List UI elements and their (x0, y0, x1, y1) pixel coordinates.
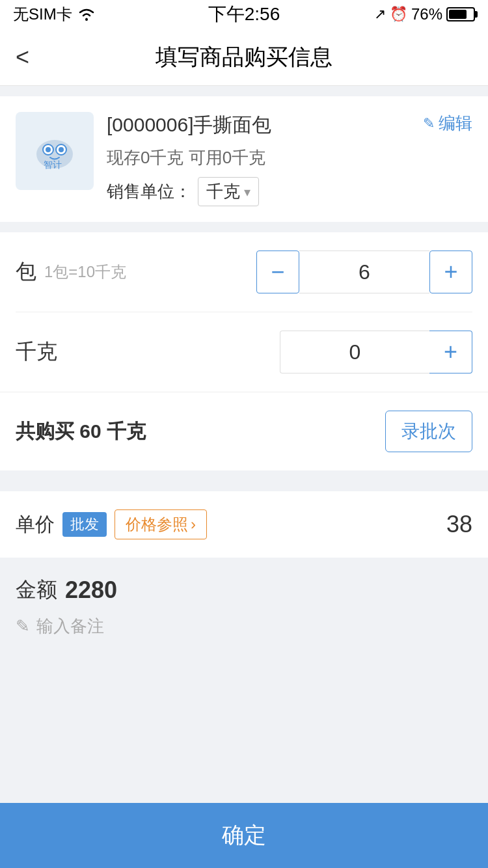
amount-row: 金额 2280 (16, 576, 472, 604)
qianke-input[interactable] (280, 331, 429, 373)
carrier-text: 无SIM卡 (13, 4, 72, 25)
svg-point-0 (85, 18, 88, 21)
product-card: 智计 [0000006]手撕面包 现存0千克 可用0千克 销售单位： 千克 ▾ … (0, 96, 488, 222)
confirm-button[interactable]: 确定 (0, 803, 488, 868)
qianke-quantity-row: 千克 + (16, 312, 472, 392)
pencil-icon: ✎ (16, 616, 30, 636)
status-right: ↗ ⏰ 76% (374, 5, 475, 23)
price-left: 单价 批发 价格参照 › (16, 509, 207, 539)
product-stock: 现存0千克 可用0千克 (107, 146, 472, 169)
bottom-spacer (0, 648, 488, 713)
status-time: 下午2:56 (208, 2, 280, 27)
bao-controls: − + (256, 251, 472, 293)
qianke-label: 千克 (16, 338, 57, 366)
bao-label: 包 1包=10千克 (16, 258, 126, 286)
price-section: 单价 批发 价格参照 › 38 (0, 491, 488, 558)
bao-quantity-row: 包 1包=10千克 − + (16, 232, 472, 312)
unit-select[interactable]: 千克 ▾ (198, 177, 259, 206)
bao-label-main: 包 (16, 258, 36, 286)
battery-icon (446, 7, 475, 21)
note-placeholder[interactable]: 输入备注 (36, 615, 104, 638)
back-button[interactable]: < (16, 44, 29, 71)
quantity-section: 包 1包=10千克 − + 千克 + (0, 232, 488, 392)
status-left: 无SIM卡 (13, 4, 96, 25)
note-row[interactable]: ✎ 输入备注 (16, 615, 472, 638)
svg-point-4 (46, 147, 51, 152)
price-ref-button[interactable]: 价格参照 › (115, 509, 207, 539)
summary-text: 共购买 60 千克 (16, 418, 146, 445)
wifi-icon (77, 7, 96, 21)
section-divider-1 (0, 222, 488, 232)
amount-value: 2280 (65, 576, 117, 604)
product-name: [0000006]手撕面包 (107, 112, 472, 139)
product-image: 智计 (16, 112, 94, 190)
batch-button[interactable]: 录批次 (385, 411, 472, 452)
price-value: 38 (446, 511, 472, 538)
qianke-increment-button[interactable]: + (429, 331, 472, 373)
unit-label: 销售单位： (107, 180, 191, 203)
bao-input[interactable] (299, 251, 429, 293)
nav-bar: < 填写商品购买信息 (0, 29, 488, 86)
amount-section: 金额 2280 ✎ 输入备注 (0, 558, 488, 648)
page-title: 填写商品购买信息 (156, 42, 332, 72)
status-bar: 无SIM卡 下午2:56 ↗ ⏰ 76% (0, 0, 488, 29)
owl-logo: 智计 (32, 131, 77, 170)
summary-section: 共购买 60 千克 录批次 (0, 392, 488, 470)
bao-label-sub: 1包=10千克 (44, 262, 126, 282)
product-unit-row: 销售单位： 千克 ▾ (107, 177, 472, 206)
svg-text:智计: 智计 (44, 160, 62, 170)
section-divider-2 (0, 470, 488, 481)
svg-point-5 (59, 147, 64, 152)
alarm-icon: ⏰ (390, 6, 407, 23)
location-icon: ↗ (374, 6, 386, 23)
bao-decrement-button[interactable]: − (256, 251, 299, 293)
product-info: [0000006]手撕面包 现存0千克 可用0千克 销售单位： 千克 ▾ (107, 112, 472, 206)
amount-label: 金额 (16, 576, 57, 604)
edit-button[interactable]: ✎ 编辑 (423, 112, 472, 135)
battery-percent: 76% (411, 5, 442, 23)
qianke-label-main: 千克 (16, 338, 57, 366)
bao-increment-button[interactable]: + (429, 251, 472, 293)
price-label: 单价 (16, 511, 55, 538)
qianke-controls: + (280, 331, 472, 373)
price-tag: 批发 (62, 512, 107, 537)
